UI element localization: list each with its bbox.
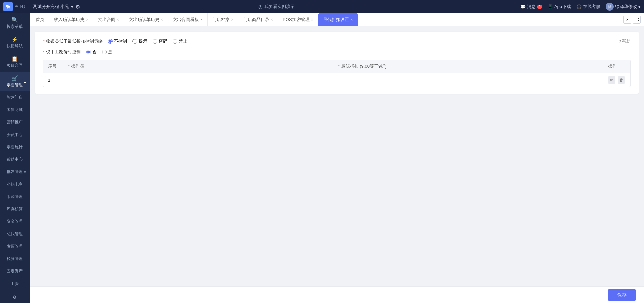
sidebar-item-retail[interactable]: 🛒 零售管理 ▲ [0, 72, 30, 91]
radio-no-input[interactable] [86, 50, 91, 54]
radio-forbidden-input[interactable] [173, 39, 177, 44]
sidebar-item-member[interactable]: 会员中心 [0, 129, 30, 141]
tab-expand-button[interactable]: ⛶ [633, 16, 641, 24]
messages-button[interactable]: 💬 消息 9 [520, 4, 542, 10]
close-all-icon: × [626, 17, 628, 22]
radio-password[interactable]: 密码 [153, 38, 167, 44]
sidebar-item-smart-store[interactable]: 智营门店 [0, 91, 30, 104]
tab-payment-board[interactable]: 支出合同看板 × [168, 13, 208, 26]
expand-icon: ⛶ [635, 17, 639, 22]
page-content: 收银员低于最低折扣控制策略 不控制 提示 密码 [30, 26, 644, 286]
app-download-button[interactable]: 📱 App下载 [548, 4, 571, 10]
sidebar-item-project[interactable]: 📋 项目合同 [0, 52, 30, 72]
online-support-button[interactable]: 🎧 在线客服 [576, 4, 600, 10]
sidebar-label-retail-stats: 零售统计 [7, 144, 23, 150]
tab-payment-contract[interactable]: 支出合同 × [93, 13, 124, 26]
col-operator: 操作员 [63, 60, 333, 73]
search-icon: 🔍 [11, 17, 18, 23]
radio-no-control[interactable]: 不控制 [108, 38, 127, 44]
sidebar-label-help: 帮助中心 [7, 157, 23, 162]
radio-yes[interactable]: 是 [102, 49, 112, 55]
sidebar-label-retail: 零售管理 [7, 82, 23, 88]
radio-prompt-input[interactable] [132, 39, 137, 44]
sidebar-item-purchase[interactable]: 采购管理 [0, 191, 30, 203]
radio-no[interactable]: 否 [86, 49, 97, 55]
tab-payment-board-close[interactable]: × [200, 17, 203, 22]
sidebar-label-inventory: 库存核算 [7, 206, 23, 212]
help-link[interactable]: ? 帮助 [619, 38, 631, 44]
sidebar-item-search[interactable]: 🔍 搜索菜单 [0, 13, 30, 33]
sidebar-label-retail-mall: 零售商城 [7, 107, 23, 113]
demo-link[interactable]: ◎ 我要看实例演示 [258, 4, 295, 10]
sidebar-item-tax[interactable]: 税务管理 [0, 253, 30, 265]
sidebar-item-finance[interactable]: 资金管理 [0, 215, 30, 228]
tab-min-discount-close[interactable]: × [351, 17, 353, 22]
cell-min-discount [333, 73, 603, 87]
manual-control-row: 仅手工改价时控制 否 是 [43, 49, 631, 55]
manual-control-label: 仅手工改价时控制 [43, 49, 81, 55]
tab-payment-contract-close[interactable]: × [117, 17, 119, 22]
sidebar-item-shortcut[interactable]: ⚡ 快捷导航 [0, 33, 30, 52]
radio-prompt[interactable]: 提示 [132, 38, 147, 44]
project-name: 测试分开完程-小兄 [33, 4, 69, 10]
sidebar-settings-button[interactable]: ⚙ [0, 291, 30, 303]
radio-forbidden[interactable]: 禁止 [173, 38, 187, 44]
radio-yes-input[interactable] [102, 50, 107, 54]
edit-row-button[interactable]: ✏ [608, 76, 615, 84]
tab-close-all-button[interactable]: × [623, 16, 631, 24]
help-label: 帮助 [622, 38, 631, 44]
radio-no-control-input[interactable] [108, 39, 113, 44]
tab-home[interactable]: 首页 [31, 13, 49, 26]
sidebar-item-inventory[interactable]: 库存核算 [0, 203, 30, 215]
messages-icon: 💬 [520, 4, 526, 9]
tab-min-discount[interactable]: 最低折扣设置 × [318, 13, 358, 26]
tab-pos-management-close[interactable]: × [311, 17, 313, 22]
sidebar-label-search: 搜索菜单 [7, 24, 23, 30]
sidebar-item-salary[interactable]: 工资 [0, 277, 30, 290]
sidebar-item-ledger[interactable]: 总账管理 [0, 228, 30, 240]
tab-store-profile-label: 门店档案 [212, 17, 230, 23]
discount-policy-options: 不控制 提示 密码 禁止 [108, 38, 187, 44]
messages-badge: 9 [537, 5, 542, 9]
sidebar-item-retail-mall[interactable]: 零售商城 [0, 104, 30, 116]
tab-income-history-close[interactable]: × [86, 17, 88, 22]
tab-store-catalog-close[interactable]: × [271, 17, 273, 22]
demo-label: 我要看实例演示 [264, 4, 295, 10]
col-actions: 操作 [603, 60, 630, 73]
radio-prompt-label: 提示 [139, 38, 147, 44]
project-chevron: ▾ [71, 4, 73, 9]
sidebar-item-retail-stats[interactable]: 零售统计 [0, 141, 30, 153]
col-seq: 序号 [43, 60, 63, 73]
topbar-settings-icon[interactable]: ⚙ [75, 4, 80, 10]
user-menu[interactable]: 徐 徐泽华修改 ▾ [606, 3, 641, 11]
sidebar-item-invoice[interactable]: 发票管理 [0, 240, 30, 253]
tab-store-profile-close[interactable]: × [231, 17, 233, 22]
project-selector[interactable]: 测试分开完程-小兄 ▾ ⚙ [33, 4, 258, 10]
tab-payment-history-close[interactable]: × [161, 17, 163, 22]
tab-pos-management-label: POS加密管理 [283, 17, 309, 23]
bottom-bar: 保存 [30, 286, 644, 303]
support-icon: 🎧 [576, 4, 582, 9]
sidebar-item-ecommerce[interactable]: 小畅电商 [0, 178, 30, 191]
radio-password-input[interactable] [153, 39, 157, 44]
demo-icon: ◎ [258, 4, 262, 9]
tab-store-profile[interactable]: 门店档案 × [208, 13, 238, 26]
tabbar-actions: × ⛶ [623, 16, 643, 24]
discount-table: 序号 操作员 最低折扣 (9.00等于9折) 操作 1 ✏ 🗑 [43, 60, 631, 87]
sidebar-item-fixed-assets[interactable]: 固定资产 [0, 265, 30, 277]
tab-payment-history-label: 支出确认单历史 [129, 17, 159, 23]
tab-pos-management[interactable]: POS加密管理 × [278, 13, 318, 26]
user-chevron: ▾ [638, 4, 641, 9]
tab-store-catalog[interactable]: 门店商品目录 × [238, 13, 278, 26]
sidebar-item-help[interactable]: 帮助中心 [0, 153, 30, 166]
sidebar-label-tax: 税务管理 [7, 256, 23, 262]
save-button[interactable]: 保存 [608, 289, 636, 301]
main-card: 收银员低于最低折扣控制策略 不控制 提示 密码 [35, 32, 639, 94]
delete-row-button[interactable]: 🗑 [618, 76, 625, 84]
tab-income-history[interactable]: 收入确认单历史 × [49, 13, 93, 26]
sidebar-item-marketing[interactable]: 营销推广 [0, 116, 30, 129]
col-min-discount: 最低折扣 (9.00等于9折) [333, 60, 603, 73]
tab-home-label: 首页 [36, 17, 44, 23]
tab-payment-history[interactable]: 支出确认单历史 × [124, 13, 168, 26]
sidebar-item-batch[interactable]: 批发管理 ▼ [0, 166, 30, 178]
